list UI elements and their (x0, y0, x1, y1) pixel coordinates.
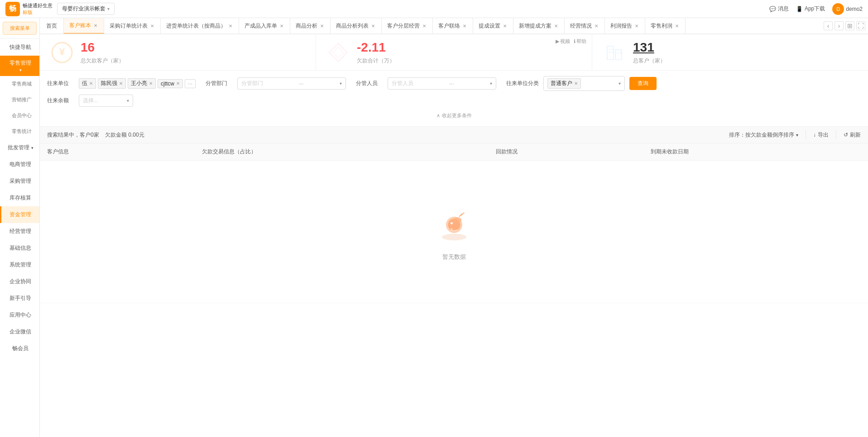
unit-tag-cj: cjttcw ✕ (158, 79, 183, 88)
collapse-button[interactable]: ∧ 收起更多条件 (436, 112, 472, 119)
tab-purchase-stats[interactable]: 采购订单统计表 ✕ (104, 18, 161, 34)
tab-close-icon[interactable]: ✕ (370, 24, 376, 28)
sidebar-item-wholesale[interactable]: 批发管理 ▾ (0, 139, 39, 156)
tab-close-icon[interactable]: ✕ (634, 24, 639, 28)
collapse-row: ∧ 收起更多条件 (47, 110, 861, 121)
sidebar-item-app-center[interactable]: 应用中心 (0, 307, 39, 323)
tab-close-icon[interactable]: ✕ (594, 24, 599, 28)
tab-product-inbound[interactable]: 产成品入库单 ✕ (239, 18, 290, 34)
tab-customer-tier[interactable]: 客户分层经营 ✕ (382, 18, 433, 34)
unit-class-select[interactable]: 普通客户 ✕ ▾ (543, 76, 625, 91)
help-button[interactable]: ℹ 帮助 (574, 38, 586, 45)
tab-close-icon[interactable]: ✕ (93, 23, 98, 28)
table-header-row: 客户信息 欠款交易信息（占比） 回款情况 到期未收款日期 (40, 143, 868, 161)
stat-total-debt: -2.11 欠款合计（万） ▶ 视频 ℹ 帮助 (316, 34, 592, 70)
tab-close-icon[interactable]: ✕ (279, 24, 284, 28)
tab-fullscreen-button[interactable]: ⛶ (856, 21, 865, 30)
tab-product-analysis[interactable]: 商品分析 ✕ (290, 18, 331, 34)
sidebar: 搜索菜单 快捷导航 零售管理 ▾ 零售商城 营销推广 会员中心 零售统计 批发管… (0, 18, 40, 437)
remove-tag-cj[interactable]: ✕ (176, 81, 180, 86)
empty-state: 暂无数据 (47, 166, 861, 297)
svg-rect-10 (617, 52, 619, 54)
company-select[interactable]: 母婴行业演示帐套 ▾ (57, 3, 115, 15)
tab-prev-button[interactable]: ‹ (824, 21, 833, 30)
yuan-icon: ¥ (51, 41, 73, 64)
query-button[interactable]: 查询 (629, 77, 657, 90)
remove-tag-wang[interactable]: ✕ (149, 81, 153, 86)
remove-tag-chen[interactable]: ✕ (119, 81, 123, 86)
user-menu[interactable]: D demo2 (832, 3, 863, 15)
tab-home[interactable]: 首页 (40, 18, 64, 34)
remove-tag-wu[interactable]: ✕ (89, 81, 93, 86)
results-actions: 排序：按欠款金额倒序排序 ▾ ↓ 导出 ↺ 刷新 (729, 130, 861, 139)
stat-numbers-all: 131 总客户（家） (633, 40, 666, 65)
tab-profit-report[interactable]: 利润报告 ✕ (605, 18, 645, 34)
unit-filter-tags: 伍 ✕ 陈民强 ✕ 王小亮 ✕ cjttcw ✕ (79, 78, 196, 89)
sidebar-item-collab[interactable]: 企业协同 (0, 273, 39, 290)
message-icon: 💬 (769, 6, 776, 12)
sidebar-item-retail-mall[interactable]: 零售商城 (0, 76, 39, 92)
tab-close-icon[interactable]: ✕ (462, 24, 467, 28)
tab-close-icon[interactable]: ✕ (422, 24, 427, 28)
svg-rect-8 (609, 52, 610, 53)
sidebar-item-member-center[interactable]: 会员中心 (0, 108, 39, 124)
stat-label-customers: 总欠款客户（家） (81, 57, 124, 65)
chevron-down-icon: ▾ (127, 98, 129, 103)
tab-customer-ledger[interactable]: 客户账本 ✕ (64, 18, 104, 34)
stat-numbers-customers: 16 总欠款客户（家） (81, 40, 124, 65)
sidebar-item-newbie[interactable]: 新手引导 (0, 290, 39, 307)
tab-close-icon[interactable]: ✕ (228, 24, 233, 28)
sidebar-item-purchase[interactable]: 采购管理 (0, 173, 39, 190)
sidebar-item-member[interactable]: 畅会员 (0, 340, 39, 357)
sidebar-item-basic-info[interactable]: 基础信息 (0, 240, 39, 256)
sort-select[interactable]: 排序：按欠款金额倒序排序 ▾ (729, 131, 798, 139)
tab-close-icon[interactable]: ✕ (502, 24, 508, 28)
sidebar-item-marketing[interactable]: 营销推广 (0, 92, 39, 108)
search-menu-button[interactable]: 搜索菜单 (3, 22, 37, 35)
video-help-button[interactable]: ▶ 视频 (556, 38, 570, 45)
sidebar-item-inventory[interactable]: 库存核算 (0, 190, 39, 206)
stat-help-buttons: ▶ 视频 ℹ 帮助 (556, 38, 586, 45)
remove-unit-class[interactable]: ✕ (574, 81, 578, 86)
tab-close-icon[interactable]: ✕ (674, 24, 680, 28)
sidebar-item-ecommerce[interactable]: 电商管理 (0, 156, 39, 173)
svg-rect-7 (612, 49, 613, 50)
tab-business-status[interactable]: 经营情况 ✕ (565, 18, 605, 34)
sidebar-item-operations[interactable]: 经营管理 (0, 223, 39, 240)
tab-expand-button[interactable]: ⊞ (845, 21, 854, 30)
tab-customer-contact[interactable]: 客户联络 ✕ (433, 18, 473, 34)
person-select[interactable]: 分管人员 ··· ▾ (388, 77, 496, 90)
tab-inbound-stats[interactable]: 进货单统计表（按商品） ✕ (161, 18, 239, 34)
svg-text:¥: ¥ (59, 46, 65, 57)
tab-close-icon[interactable]: ✕ (149, 24, 155, 28)
svg-point-12 (442, 234, 466, 240)
tab-new-commission[interactable]: 新增提成方案 ✕ (513, 18, 565, 34)
tab-close-icon[interactable]: ✕ (319, 24, 325, 28)
stat-label-debt: 欠款合计（万） (357, 57, 395, 65)
unit-class-label: 往来单位分类 (506, 80, 539, 87)
sidebar-search: 搜索菜单 (0, 18, 39, 39)
empty-icon (432, 202, 477, 247)
results-summary: 搜索结果中，客户0家 欠款金额 0.00元 (47, 131, 144, 139)
tab-close-icon[interactable]: ✕ (553, 24, 559, 28)
sidebar-item-wechat[interactable]: 企业微信 (0, 323, 39, 340)
tab-product-analysis-list[interactable]: 商品分析列表 ✕ (331, 18, 382, 34)
sidebar-item-system[interactable]: 系统管理 (0, 256, 39, 273)
logo-text: 畅捷通好生意 标版 (23, 2, 53, 15)
tab-commission-settings[interactable]: 提成设置 ✕ (473, 18, 513, 34)
tab-next-button[interactable]: › (834, 21, 844, 30)
sidebar-item-finance[interactable]: 资金管理 (0, 206, 39, 223)
empty-text: 暂无数据 (442, 253, 466, 261)
balance-select[interactable]: 选择... ▾ (79, 95, 133, 107)
refresh-button[interactable]: ↺ 刷新 (844, 131, 861, 139)
filter-more-button[interactable]: ··· (185, 79, 196, 88)
sidebar-item-retail-manage[interactable]: 零售管理 ▾ (0, 56, 39, 76)
sidebar-item-quick-nav[interactable]: 快捷导航 (0, 39, 39, 56)
messages-button[interactable]: 💬 消息 (769, 5, 789, 13)
sidebar-item-retail-stats[interactable]: 零售统计 (0, 124, 39, 139)
diamond-icon (327, 41, 350, 64)
app-download-button[interactable]: 📱 App下载 (796, 5, 825, 13)
dept-select[interactable]: 分管部门 ··· ▾ (237, 77, 346, 90)
export-button[interactable]: ↓ 导出 (813, 131, 829, 139)
tab-retail-profit[interactable]: 零售利润 ✕ (645, 18, 686, 34)
